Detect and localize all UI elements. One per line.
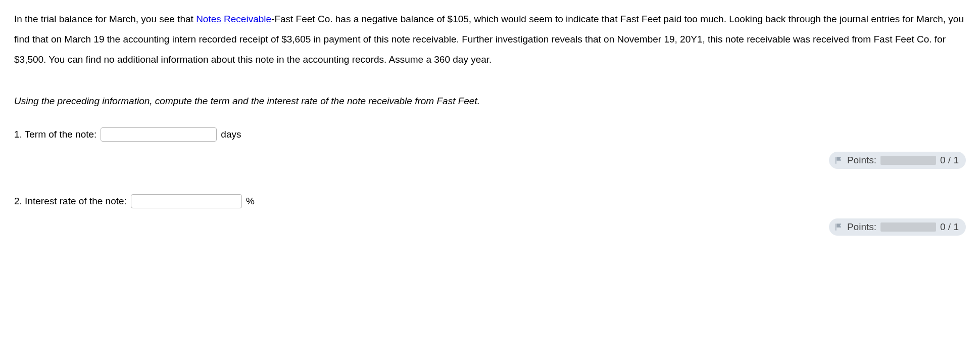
question-2-label: 2. Interest rate of the note: <box>14 196 127 207</box>
points-label-1: Points: <box>847 155 876 166</box>
question-2-row: 2. Interest rate of the note: % <box>14 194 966 208</box>
points-score-1: 0 / 1 <box>940 155 959 166</box>
problem-paragraph: In the trial balance for March, you see … <box>14 9 966 70</box>
flag-icon <box>834 222 843 232</box>
flag-icon <box>834 156 843 165</box>
points-score-2: 0 / 1 <box>940 221 959 233</box>
points-row-1: Points: 0 / 1 <box>14 152 966 169</box>
term-of-note-input[interactable] <box>101 127 217 142</box>
interest-rate-input[interactable] <box>131 194 242 208</box>
question-1-unit: days <box>221 129 241 140</box>
points-progress-bar-2 <box>880 222 936 232</box>
points-label-2: Points: <box>847 221 876 233</box>
points-row-2: Points: 0 / 1 <box>14 218 966 236</box>
question-1-label: 1. Term of the note: <box>14 129 96 140</box>
question-2-unit: % <box>246 196 255 207</box>
points-pill-1: Points: 0 / 1 <box>829 152 966 169</box>
paragraph-text-1: In the trial balance for March, you see … <box>14 14 196 24</box>
question-1-row: 1. Term of the note: days <box>14 127 966 142</box>
notes-receivable-link[interactable]: Notes Receivable <box>196 14 271 24</box>
points-progress-bar-1 <box>880 156 936 165</box>
points-pill-2: Points: 0 / 1 <box>829 218 966 236</box>
instruction-text: Using the preceding information, compute… <box>14 94 966 109</box>
